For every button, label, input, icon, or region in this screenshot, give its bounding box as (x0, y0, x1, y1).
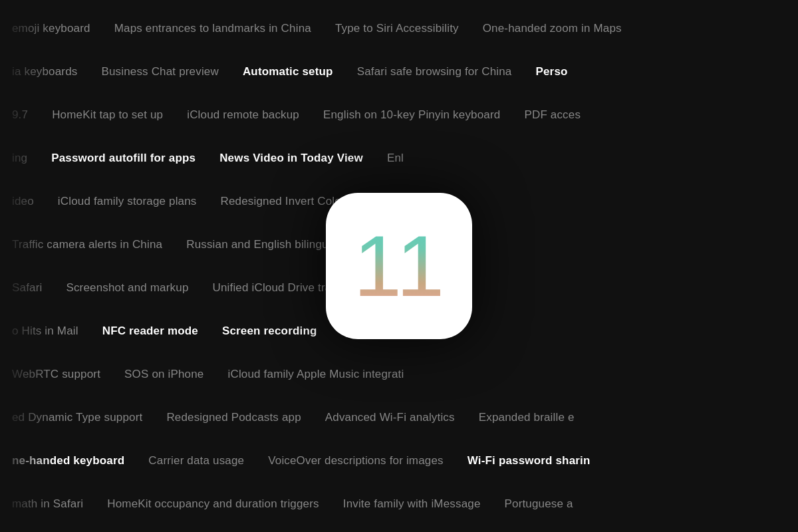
feature-item-11-1: ne-handed keyboard (0, 454, 136, 467)
feature-item-9-2: SOS on iPhone (112, 368, 215, 381)
feature-item-2-5: Perso (523, 65, 579, 78)
feature-item-2-4: Safari safe browsing for China (345, 65, 524, 78)
feature-item-8-1: o Hits in Mail (0, 325, 90, 338)
feature-item-2-2: Business Chat preview (89, 65, 230, 78)
logo-number: 11 (354, 223, 445, 309)
feature-item-10-4: Expanded braille e (467, 411, 587, 424)
feature-item-7-2: Screenshot and markup (54, 281, 200, 295)
feature-item-4-1: ing (0, 152, 39, 165)
feature-item-10-2: Redesigned Podcasts app (154, 411, 313, 424)
feature-item-3-3: iCloud remote backup (175, 108, 311, 122)
feature-item-11-4: Wi-Fi password sharin (456, 454, 602, 467)
feature-item-2-1: ia keyboards (0, 65, 89, 78)
feature-item-12-1: math in Safari (0, 497, 95, 511)
feature-item-1-3: Type to Siri Accessibility (323, 22, 471, 35)
feature-item-8-3: Screen recording (210, 325, 329, 338)
feature-row-2: ia keyboardsBusiness Chat previewAutomat… (0, 50, 798, 93)
feature-item-1-4: One-handed zoom in Maps (471, 22, 634, 35)
feature-item-2-3: Automatic setup (231, 65, 345, 78)
feature-item-5-2: iCloud family storage plans (46, 195, 209, 208)
logo-background: 11 (326, 193, 472, 339)
feature-item-12-2: HomeKit occupancy and duration triggers (95, 497, 331, 511)
feature-item-12-3: Invite family with iMessage (331, 497, 493, 511)
feature-item-10-3: Advanced Wi-Fi analytics (313, 411, 467, 424)
feature-row-10: ed Dynamic Type supportRedesigned Podcas… (0, 396, 798, 439)
feature-item-1-2: Maps entrances to landmarks in China (102, 22, 323, 35)
ios-logo: 11 (326, 193, 472, 339)
feature-item-10-1: ed Dynamic Type support (0, 411, 154, 424)
feature-item-3-1: 9.7 (0, 108, 40, 122)
feature-item-11-3: VoiceOver descriptions for images (256, 454, 456, 467)
feature-item-11-2: Carrier data usage (136, 454, 256, 467)
feature-item-4-3: News Video in Today View (207, 152, 375, 165)
feature-item-4-2: Password autofill for apps (39, 152, 207, 165)
feature-item-6-1: Traffic camera alerts in China (0, 238, 174, 251)
feature-item-1-1: emoji keyboard (0, 22, 102, 35)
feature-item-7-1: Safari (0, 281, 54, 295)
feature-item-3-5: PDF acces (512, 108, 593, 122)
feature-item-3-2: HomeKit tap to set up (40, 108, 175, 122)
feature-row-9: WebRTC supportSOS on iPhoneiCloud family… (0, 352, 798, 396)
feature-item-12-4: Portuguese a (493, 497, 585, 511)
feature-item-8-2: NFC reader mode (90, 325, 210, 338)
feature-item-9-1: WebRTC support (0, 368, 112, 381)
feature-row-4: ingPassword autofill for appsNews Video … (0, 136, 798, 180)
feature-row-12: math in SafariHomeKit occupancy and dura… (0, 482, 798, 525)
feature-item-5-1: ideo (0, 195, 46, 208)
feature-row-1: emoji keyboardMaps entrances to landmark… (0, 7, 798, 50)
feature-item-3-4: English on 10-key Pinyin keyboard (311, 108, 512, 122)
feature-row-3: 9.7HomeKit tap to set upiCloud remote ba… (0, 93, 798, 136)
feature-item-4-4: Enl (375, 152, 416, 165)
feature-item-9-3: iCloud family Apple Music integrati (216, 368, 416, 381)
feature-row-11: ne-handed keyboardCarrier data usageVoic… (0, 439, 798, 482)
